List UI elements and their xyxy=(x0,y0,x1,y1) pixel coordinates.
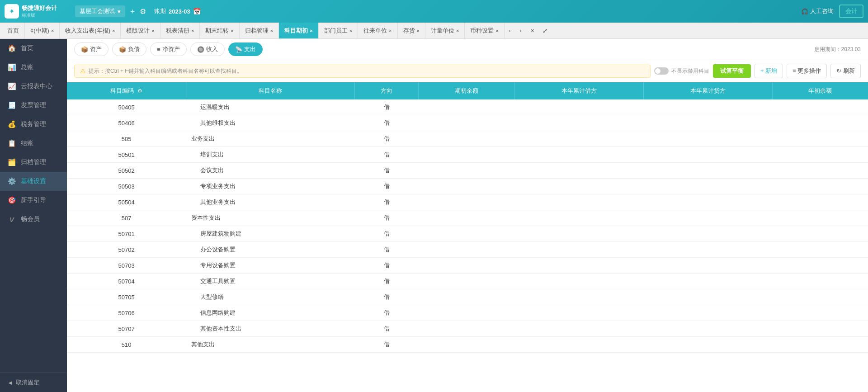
sidebar-item-report[interactable]: 📈 云报表中心 xyxy=(0,77,67,96)
table-row[interactable]: 50405 运温暖支出 借 xyxy=(67,99,868,115)
more-button[interactable]: ≡ 更多操作 xyxy=(787,64,827,78)
income-icon: 🔘 xyxy=(197,46,204,53)
close-interim-icon[interactable]: × xyxy=(51,28,54,33)
sidebar-item-tax[interactable]: 💰 税务管理 xyxy=(0,115,67,134)
sidebar-item-invoice[interactable]: 🧾 发票管理 xyxy=(0,96,67,115)
settings-icon[interactable]: ⚙ xyxy=(140,7,146,16)
close-contacts-icon[interactable]: × xyxy=(389,28,392,33)
tab-home[interactable]: 首页 xyxy=(2,23,25,39)
cell-name: 会议支出 xyxy=(186,163,354,179)
add-button[interactable]: + 新增 xyxy=(755,64,783,78)
sidebar-item-member[interactable]: V 畅会员 xyxy=(0,210,67,229)
cell-name: 办公设备购置 xyxy=(186,242,354,258)
cell-code: 50705 xyxy=(67,289,186,305)
sidebar-item-closing[interactable]: 📋 结账 xyxy=(0,134,67,153)
sub-tab-expense[interactable]: 📡 支出 xyxy=(228,43,263,56)
table-row[interactable]: 50504 其他业务支出 借 xyxy=(67,194,868,210)
calendar-icon[interactable]: 📅 xyxy=(193,8,201,15)
table-row[interactable]: 50501 培训支出 借 xyxy=(67,147,868,163)
sub-tab-asset[interactable]: 📦 资产 xyxy=(74,43,108,56)
tab-scroll-left-btn[interactable]: ‹ xyxy=(505,23,515,39)
table-row[interactable]: 50704 交通工具购置 借 xyxy=(67,274,868,289)
close-unit-icon[interactable]: × xyxy=(456,28,459,33)
add-project-icon[interactable]: ＋ xyxy=(129,7,136,16)
close-currency-icon[interactable]: × xyxy=(495,28,498,33)
table-row[interactable]: 50503 专项业务支出 借 xyxy=(67,179,868,194)
cell-ytd-credit xyxy=(643,147,772,163)
table-row[interactable]: 50702 办公设备购置 借 xyxy=(67,242,868,258)
table-row[interactable]: 507 资本性支出 借 xyxy=(67,210,868,226)
sub-tab-income[interactable]: 🔘 收入 xyxy=(190,43,225,56)
tab-income[interactable]: 收入支出表(年报) × xyxy=(60,23,121,39)
tab-tax[interactable]: 税表清册 × xyxy=(160,23,200,39)
balance-button[interactable]: 试算平衡 xyxy=(713,64,751,78)
sidebar-item-guide[interactable]: 🎯 新手引导 xyxy=(0,191,67,210)
table-row[interactable]: 50701 房屋建筑物购建 借 xyxy=(67,226,868,242)
cell-code: 50704 xyxy=(67,274,186,289)
sidebar-item-archive[interactable]: 🗂️ 归档管理 xyxy=(0,153,67,172)
refresh-button[interactable]: ↻ 刷新 xyxy=(830,64,861,78)
cell-ytd-credit xyxy=(643,163,772,179)
tab-template[interactable]: 模版设计 × xyxy=(121,23,160,39)
closing-icon: 📋 xyxy=(7,139,16,147)
table-row[interactable]: 510 其他支出 借 xyxy=(67,337,868,353)
sidebar-item-home[interactable]: 🏠 首页 xyxy=(0,39,67,58)
tab-close-all-btn[interactable]: × xyxy=(526,23,539,39)
table-row[interactable]: 505 业务支出 借 xyxy=(67,131,868,147)
cell-ytd-debit xyxy=(515,115,644,131)
tab-period-end[interactable]: 期末结转 × xyxy=(200,23,239,39)
cell-opening xyxy=(419,210,515,226)
expense-icon: 📡 xyxy=(235,46,242,53)
collapse-icon: ◄ xyxy=(7,379,13,386)
cell-direction: 借 xyxy=(355,242,419,258)
headset-icon: 🎧 xyxy=(801,8,808,15)
tab-currency[interactable]: 币种设置 × xyxy=(465,23,504,39)
cell-direction: 借 xyxy=(355,179,419,194)
project-selector[interactable]: 基层工会测试 ▾ xyxy=(75,5,125,17)
tab-archive[interactable]: 归档管理 × xyxy=(240,23,279,39)
tab-inventory[interactable]: 存货 × xyxy=(398,23,425,39)
close-income-icon[interactable]: × xyxy=(112,28,115,33)
cell-code: 50702 xyxy=(67,242,186,258)
cell-year-open xyxy=(772,194,868,210)
disabled-toggle[interactable] xyxy=(654,67,669,75)
cell-opening xyxy=(419,274,515,289)
table-row[interactable]: 50703 专用设备购置 借 xyxy=(67,258,868,274)
close-inventory-icon[interactable]: × xyxy=(417,28,420,33)
table-row[interactable]: 50502 会议支出 借 xyxy=(67,163,868,179)
tab-subject-init[interactable]: 科目期初 × xyxy=(279,23,318,39)
cell-ytd-debit xyxy=(515,131,644,147)
close-archive-icon[interactable]: × xyxy=(270,28,273,33)
sidebar-item-settings[interactable]: ⚙️ 基础设置 xyxy=(0,172,67,191)
tab-interim[interactable]: ¢(中期) × xyxy=(25,23,60,39)
cell-name: 信息网络购建 xyxy=(186,305,354,321)
tab-contacts[interactable]: 往来单位 × xyxy=(358,23,397,39)
sidebar-collapse-btn[interactable]: ◄ 取消固定 xyxy=(0,373,67,392)
sub-tab-liability[interactable]: 📦 负债 xyxy=(112,43,146,56)
close-tax-icon[interactable]: × xyxy=(191,28,194,33)
table-row[interactable]: 50707 其他资本性支出 借 xyxy=(67,321,868,337)
account-button[interactable]: 会计 xyxy=(839,5,863,18)
table-row[interactable]: 50706 信息网络购建 借 xyxy=(67,305,868,321)
cell-code: 50706 xyxy=(67,305,186,321)
cell-ytd-debit xyxy=(515,99,644,115)
sub-tab-net-asset[interactable]: ≡ 净资产 xyxy=(150,43,187,56)
sidebar-item-ledger[interactable]: 📊 总账 xyxy=(0,58,67,77)
col-ytd-credit: 本年累计贷方 xyxy=(643,82,772,99)
tab-expand-btn[interactable]: ⤢ xyxy=(539,23,552,39)
tab-department[interactable]: 部门员工 × xyxy=(319,23,358,39)
cell-name: 大型修缮 xyxy=(186,289,354,305)
cell-year-open xyxy=(772,99,868,115)
table-row[interactable]: 50705 大型修缮 借 xyxy=(67,289,868,305)
close-template-icon[interactable]: × xyxy=(151,28,154,33)
tab-unit[interactable]: 计量单位 × xyxy=(425,23,465,39)
col-settings-icon[interactable]: ⚙ xyxy=(137,88,142,94)
tab-scroll-right-btn[interactable]: › xyxy=(515,23,526,39)
close-department-icon[interactable]: × xyxy=(349,28,352,33)
cell-year-open xyxy=(772,242,868,258)
help-button[interactable]: 🎧 人工咨询 xyxy=(801,7,834,15)
close-period-end-icon[interactable]: × xyxy=(231,28,233,33)
table-row[interactable]: 50406 其他维权支出 借 xyxy=(67,115,868,131)
close-subject-init-icon[interactable]: × xyxy=(310,28,312,33)
cell-ytd-credit xyxy=(643,321,772,337)
